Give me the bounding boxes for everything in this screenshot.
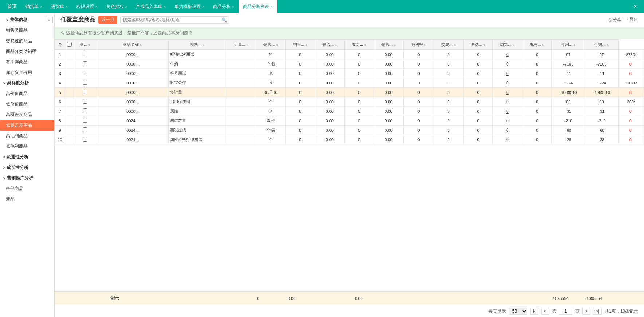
share-button[interactable]: ⎘ 分享 (609, 17, 621, 23)
view1-link[interactable]: 0 (506, 52, 509, 57)
row-view1[interactable]: 0 (493, 116, 522, 126)
column-sales3[interactable]: 销售...⇅ (374, 40, 403, 50)
column-cover2[interactable]: 覆盖...⇅ (345, 40, 374, 50)
row-checkbox[interactable] (74, 59, 97, 69)
row-select-checkbox[interactable] (83, 118, 87, 123)
table-wrapper[interactable]: ⚙ 商...⇅ 商品名称⇅ 规格...⇅ 计量...⇅ 销售...⇅ 销售...… (55, 39, 644, 291)
view1-link[interactable]: 0 (506, 118, 509, 123)
row-select-checkbox[interactable] (83, 99, 87, 104)
column-cover1[interactable]: 覆盖...⇅ (315, 40, 345, 50)
row-view1[interactable]: 0 (493, 135, 522, 144)
page-input[interactable] (559, 308, 572, 315)
nav-analysis[interactable]: 商品分析 × (209, 0, 239, 13)
row-select-checkbox[interactable] (83, 71, 87, 75)
column-sales1[interactable]: 销售...⇅ (256, 40, 286, 50)
window-close-btn[interactable]: × (629, 0, 641, 13)
view1-link[interactable]: 0 (506, 71, 509, 76)
column-trade[interactable]: 交易...⇅ (434, 40, 463, 50)
view1-link[interactable]: 0 (506, 137, 509, 142)
sidebar-item-low-cover[interactable]: 低覆盖度商品 (0, 120, 54, 131)
nav-close-product-in[interactable]: × (164, 5, 166, 9)
nav-close-permission[interactable]: × (95, 5, 98, 9)
column-sales2[interactable]: 销售...⇅ (286, 40, 315, 50)
row-select-checkbox[interactable] (83, 137, 87, 142)
row-checkbox[interactable] (74, 78, 97, 88)
sidebar-item-low-gross[interactable]: 低毛利商品 (0, 141, 54, 152)
sidebar-section-marketing[interactable]: ∨ 营销推广分析 (0, 173, 54, 183)
view1-link[interactable]: 0 (506, 90, 509, 95)
row-view1[interactable]: 0 (493, 59, 522, 69)
nav-role[interactable]: 角色授权 × (102, 0, 132, 13)
row-checkbox[interactable] (74, 126, 97, 135)
sidebar-item-high-gross[interactable]: 高毛利商品 (0, 131, 54, 141)
view1-link[interactable]: 0 (506, 80, 509, 86)
row-select-checkbox[interactable] (83, 108, 87, 113)
row-checkbox[interactable] (74, 135, 97, 144)
sidebar-section-growth[interactable]: > 成长性分析 (0, 162, 54, 173)
sidebar-item-high-cover[interactable]: 高覆盖度商品 (0, 110, 54, 120)
row-view1[interactable]: 0 (493, 126, 522, 135)
row-select-checkbox[interactable] (83, 80, 87, 85)
nav-close-template[interactable]: × (202, 5, 204, 9)
view1-link[interactable]: 0 (506, 128, 509, 133)
row-view1[interactable]: 0 (493, 78, 522, 88)
nav-close-sales[interactable]: × (40, 5, 42, 9)
column-view1[interactable]: 浏览...⇅ (463, 40, 493, 50)
sidebar-item-stock-goods[interactable]: 有库存商品 (0, 57, 54, 67)
column-spec[interactable]: 规格...⇅ (169, 40, 227, 50)
column-settings[interactable]: ⚙ (55, 40, 65, 50)
column-stock2[interactable]: 可用...⇅ (552, 40, 585, 50)
sidebar-item-new-goods[interactable]: 新品 (0, 194, 54, 205)
sidebar-item-stock-capital[interactable]: 库存资金占用 (0, 67, 54, 78)
first-page-btn[interactable]: K (530, 308, 538, 315)
sidebar-item-high-value[interactable]: 高价值商品 (0, 88, 54, 99)
sidebar-item-sales-goods[interactable]: 销售类商品 (0, 25, 54, 36)
row-view1[interactable]: 0 (493, 97, 522, 107)
per-page-select[interactable]: 50 100 200 (509, 308, 527, 315)
column-checkbox[interactable] (65, 40, 74, 50)
sidebar-item-traded-goods[interactable]: 交易过的商品 (0, 36, 54, 46)
nav-permission[interactable]: 权限设置 × (72, 0, 102, 13)
row-checkbox[interactable] (74, 107, 97, 116)
row-select-checkbox[interactable] (83, 52, 87, 56)
sidebar-section-cluster[interactable]: ∨ 类群度分析 (0, 78, 54, 88)
next-page-btn[interactable]: > (582, 308, 590, 315)
nav-close-purchase[interactable]: × (66, 5, 68, 9)
row-select-checkbox[interactable] (83, 61, 87, 66)
nav-close-analysis-list[interactable]: × (271, 5, 273, 9)
nav-home[interactable]: 首页 (3, 0, 21, 13)
column-view2[interactable]: 浏览...⇅ (493, 40, 522, 50)
row-checkbox[interactable] (74, 69, 97, 78)
row-checkbox[interactable] (74, 97, 97, 107)
select-all-checkbox[interactable] (67, 42, 72, 47)
nav-analysis-list[interactable]: 商品分析列表 × (239, 0, 277, 13)
column-stock3[interactable]: 可销...⇅ (585, 40, 618, 50)
column-name[interactable]: 商品名称⇅ (97, 40, 168, 50)
row-select-checkbox[interactable] (83, 90, 87, 94)
row-select-checkbox[interactable] (83, 127, 87, 132)
nav-sales[interactable]: 销货单 × (21, 0, 47, 13)
view1-link[interactable]: 0 (506, 109, 509, 114)
period-button[interactable]: 近一月 (98, 16, 117, 24)
view1-link[interactable]: 0 (506, 62, 509, 67)
sidebar-item-low-value[interactable]: 低价值商品 (0, 99, 54, 110)
nav-close-analysis[interactable]: × (232, 5, 234, 9)
nav-close-role[interactable]: × (125, 5, 127, 9)
row-view1[interactable]: 0 (493, 107, 522, 116)
row-view1[interactable]: 0 (493, 88, 522, 97)
nav-purchase[interactable]: 进货单 × (47, 0, 72, 13)
nav-product-in[interactable]: 产成品入库单 × (131, 0, 170, 13)
row-checkbox[interactable] (74, 50, 97, 59)
column-code[interactable]: 商...⇅ (74, 40, 97, 50)
sidebar-section-overall[interactable]: ∨ 整体信息 (3, 15, 46, 25)
prev-page-btn[interactable]: < (541, 308, 549, 315)
sidebar-collapse-btn[interactable]: « (46, 17, 53, 23)
sidebar-section-flow[interactable]: > 流通性分析 (0, 152, 54, 162)
column-stock1[interactable]: 现有...⇅ (522, 40, 552, 50)
sidebar-item-category-rate[interactable]: 商品分类动销率 (0, 46, 54, 57)
row-view1[interactable]: 0 (493, 69, 522, 78)
column-unit[interactable]: 计量...⇅ (227, 40, 256, 50)
sidebar-item-all-goods[interactable]: 全部商品 (0, 183, 54, 194)
nav-template[interactable]: 单据模板设置 × (170, 0, 209, 13)
export-button[interactable]: ↑ 导出 (626, 17, 638, 23)
